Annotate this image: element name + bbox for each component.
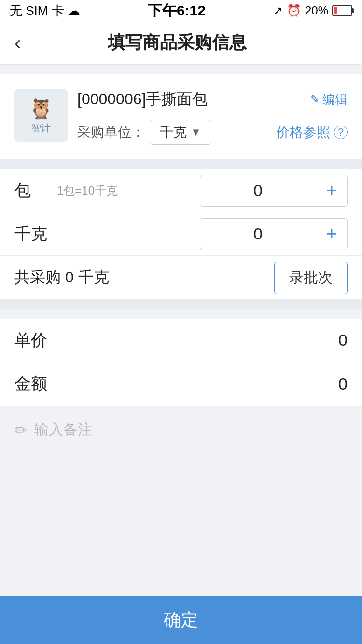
kg-input-wrap: +: [53, 218, 348, 250]
bao-row: 包 1包=10千克 +: [0, 169, 362, 212]
price-section: 单价 0 金额 0: [0, 319, 362, 406]
unit-price-label: 单价: [14, 329, 338, 351]
price-ref-label: 价格参照: [276, 123, 330, 141]
notes-section[interactable]: ✏ 输入备注: [0, 406, 362, 454]
notes-icon: ✏: [14, 421, 28, 439]
edit-button[interactable]: ✎ 编辑: [310, 91, 348, 108]
quantity-section: 包 1包=10千克 + 千克 +: [0, 169, 362, 256]
purchase-unit-row: 采购单位： 千克 ▼ 价格参照 ?: [77, 120, 348, 145]
divider-1: [0, 159, 362, 169]
price-ref-button[interactable]: 价格参照 ?: [276, 123, 348, 141]
price-ref-icon: ?: [334, 126, 348, 139]
product-info: [0000006]手撕面包 ✎ 编辑 采购单位： 千克 ▼ 价格参照 ?: [77, 89, 348, 145]
back-button[interactable]: ‹: [14, 33, 21, 53]
page-title: 填写商品采购信息: [36, 31, 319, 55]
summary-text: 共采购 0 千克: [14, 267, 274, 288]
alarm-icon: ⏰: [287, 4, 301, 17]
status-time: 下午6:12: [148, 1, 206, 21]
edit-icon: ✎: [310, 93, 320, 106]
battery-percent: 20%: [305, 4, 328, 17]
nav-bar: ‹ 填写商品采购信息: [0, 21, 362, 65]
product-image: 🦉 智计: [14, 89, 68, 142]
battery-icon: [332, 5, 352, 16]
bao-sub-label: 1包=10千克: [57, 183, 118, 198]
status-bar: 无 SIM 卡 ☁ 下午6:12 ↗ ⏰ 20%: [0, 0, 362, 21]
edit-label: 编辑: [322, 91, 348, 108]
content-filler: [0, 454, 362, 596]
status-right: ↗ ⏰ 20%: [273, 4, 352, 17]
unit-price-value: 0: [338, 331, 348, 350]
summary-row: 共采购 0 千克 录批次: [0, 256, 362, 299]
kg-row: 千克 +: [0, 212, 362, 256]
kg-input[interactable]: [200, 218, 316, 250]
confirm-bar[interactable]: 确定: [0, 596, 362, 644]
notes-input[interactable]: 输入备注: [34, 420, 92, 440]
kg-plus-button[interactable]: +: [316, 218, 348, 250]
batch-button[interactable]: 录批次: [274, 262, 348, 294]
kg-label: 千克: [14, 223, 53, 245]
divider-2: [0, 299, 362, 309]
status-left: 无 SIM 卡 ☁: [10, 2, 80, 19]
bao-input-wrap: +: [118, 175, 348, 207]
amount-label: 金额: [14, 373, 338, 395]
product-card: 🦉 智计 [0000006]手撕面包 ✎ 编辑 采购单位： 千克 ▼: [0, 74, 362, 159]
sim-status: 无 SIM 卡 ☁: [10, 2, 80, 19]
unit-label: 采购单位：: [77, 123, 145, 141]
amount-row: 金额 0: [0, 362, 362, 406]
bao-label: 包: [14, 180, 53, 202]
product-name-row: [0000006]手撕面包 ✎ 编辑: [77, 89, 348, 110]
unit-select[interactable]: 千克 ▼: [150, 120, 211, 145]
product-name: [0000006]手撕面包: [77, 89, 208, 110]
bao-input[interactable]: [200, 175, 316, 207]
dropdown-icon: ▼: [191, 126, 201, 139]
unit-price-row: 单价 0: [0, 319, 362, 362]
bao-plus-button[interactable]: +: [316, 175, 348, 207]
unit-value: 千克: [160, 123, 187, 141]
confirm-button-label: 确定: [164, 608, 198, 632]
location-icon: ↗: [273, 4, 283, 17]
amount-value: 0: [338, 375, 348, 393]
